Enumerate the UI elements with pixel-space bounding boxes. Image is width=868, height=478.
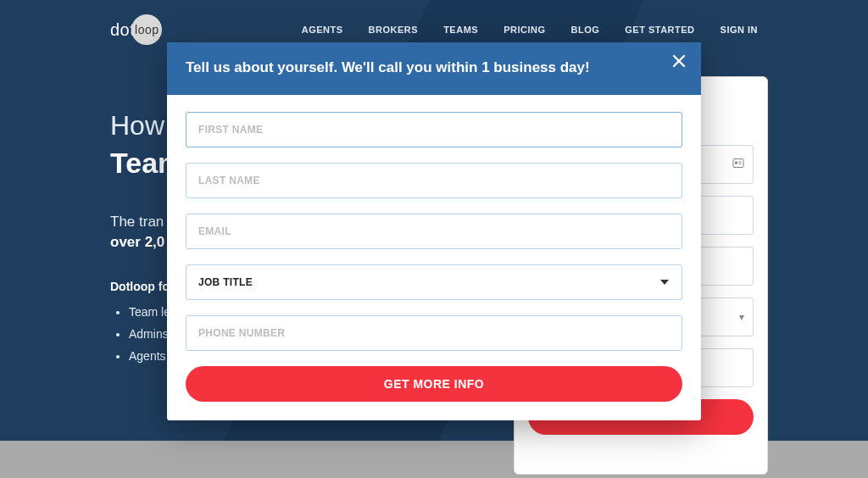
email-input[interactable]: [186, 214, 682, 249]
contact-modal: Tell us about yourself. We'll call you w…: [167, 42, 701, 420]
nav-links: AGENTS BROKERS TEAMS PRICING BLOG GET ST…: [302, 25, 758, 35]
svg-rect-0: [733, 159, 743, 168]
logo-loop-circle: loop: [131, 14, 162, 45]
nav-sign-in[interactable]: SIGN IN: [721, 25, 758, 35]
first-name-input[interactable]: [186, 112, 682, 147]
svg-rect-2: [739, 162, 742, 163]
contact-card-icon-svg: [732, 158, 744, 170]
submit-button[interactable]: GET MORE INFO: [186, 366, 682, 402]
nav-blog[interactable]: BLOG: [570, 25, 599, 35]
modal-body: JOB TITLE GET MORE INFO: [167, 95, 701, 420]
hero-lead-prefix: The tran: [110, 214, 164, 230]
svg-rect-1: [735, 162, 737, 164]
svg-rect-3: [739, 164, 742, 164]
logo[interactable]: dot loop: [110, 14, 162, 45]
close-button[interactable]: [670, 53, 691, 73]
modal-header: Tell us about yourself. We'll call you w…: [167, 42, 701, 95]
nav-pricing[interactable]: PRICING: [504, 25, 545, 35]
contact-card-icon: [732, 158, 744, 172]
nav-agents[interactable]: AGENTS: [302, 25, 343, 35]
phone-input[interactable]: [186, 315, 682, 351]
hero-lead-strong: over 2,0: [110, 234, 164, 250]
chevron-down-icon: ▾: [739, 311, 744, 323]
modal-title: Tell us about yourself. We'll call you w…: [186, 59, 590, 75]
nav-get-started[interactable]: GET STARTED: [625, 25, 694, 35]
job-title-select-wrap: JOB TITLE: [186, 264, 682, 300]
nav-teams[interactable]: TEAMS: [443, 25, 478, 35]
last-name-input[interactable]: [186, 163, 682, 198]
job-title-select[interactable]: JOB TITLE: [186, 264, 682, 300]
nav-brokers[interactable]: BROKERS: [369, 25, 419, 35]
close-icon: [670, 53, 687, 69]
